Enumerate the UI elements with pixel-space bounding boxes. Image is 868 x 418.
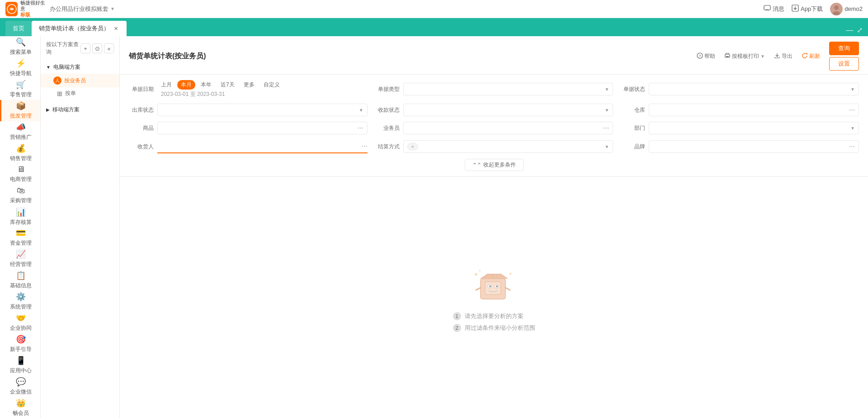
scheme-group-mobile-header[interactable]: ▶ 移动端方案 [41,103,119,116]
date-range: 2023-03-01 至 2023-03-31 [161,90,368,98]
goods-dots[interactable]: ··· [357,124,363,132]
sidebar-item-wechat[interactable]: 💬 企业微信 [0,375,40,397]
sidebar: 🔍 搜索菜单 ⚡ 快捷导航 🛒 零售管理 📦 批发管理 📣 营销推广 💰 销售管… [0,36,41,418]
out-status-select[interactable]: ▼ [157,104,368,116]
scheme-add-button[interactable]: + [80,43,90,53]
help-button[interactable]: ? 帮助 [693,51,719,62]
scheme-collapse-button[interactable]: « [104,43,114,53]
empty-hints: 1 请先选择要分析的方案 2 用过滤条件来缩小分析范围 [453,312,535,332]
query-settings: 查询 设置 [829,42,859,71]
sidebar-item-newbie[interactable]: 🎯 新手引导 [0,333,40,354]
settlement-dropdown-icon: ▼ [604,144,609,149]
finance-icon: 💳 [16,228,26,238]
sidebar-item-purchase[interactable]: 🛍 采购管理 [0,185,40,206]
search-menu-icon: 🔍 [16,37,26,47]
date-tab-this-month[interactable]: 本月 [177,80,195,90]
collapse-button[interactable]: ⌃⌃ 收起更多条件 [465,159,524,171]
tab-sales-stat[interactable]: 销货单统计表（按业务员） ✕ [32,21,127,36]
sidebar-item-inventory[interactable]: 📊 库存核算 [0,206,40,227]
sidebar-item-search-menu[interactable]: 🔍 搜索菜单 [0,36,40,57]
tab-close-button[interactable]: ✕ [112,25,119,32]
scheme-panel: 按以下方案查询 + ⊙ « ▼ 电脑端方案 人 按业务员 ⊞ 按 [41,36,120,418]
date-tab-last-month[interactable]: 上月 [157,80,175,90]
ecommerce-icon: 🖥 [17,165,25,174]
sidebar-item-ecommerce[interactable]: 🖥 电商管理 [0,163,40,185]
filter-area: 单据日期 上月 本月 本年 近7天 更多 自定义 2023-03-01 至 20… [120,75,868,177]
receiver-input[interactable] [157,140,359,152]
print-button[interactable]: 按模板打印 ▼ [721,51,769,62]
refresh-button[interactable]: 刷新 [798,51,824,62]
tab-home[interactable]: 首页 [5,21,32,36]
settings-button[interactable]: 设置 [829,57,859,71]
minimize-button[interactable]: — [846,26,853,34]
receipt-status-dropdown-icon: ▼ [604,108,609,113]
settlement-select[interactable]: × ▼ [403,140,613,153]
scheme-item-by-order[interactable]: ⊞ 按单 [41,87,119,100]
sidebar-item-enterprise[interactable]: 🤝 企业协同 [0,312,40,333]
app-title[interactable]: 办公用品行业模拟账套 ▼ [50,5,760,13]
svg-rect-9 [726,56,729,57]
empty-illustration: ✦ ✦ ✦ [472,263,517,305]
svg-text:✦: ✦ [478,269,481,273]
date-tabs: 上月 本月 本年 近7天 更多 自定义 [157,80,368,90]
sidebar-item-marketing[interactable]: 📣 营销推广 [0,121,40,142]
sidebar-item-member[interactable]: 👑 畅会员 [0,397,40,418]
brand-select[interactable]: ··· [649,140,859,153]
maximize-button[interactable]: ⤢ [857,26,863,34]
receiver-dots[interactable]: ··· [361,142,367,150]
date-tab-custom[interactable]: 自定义 [260,80,283,90]
help-icon: ? [697,52,703,60]
sidebar-item-operations[interactable]: 📈 经营管理 [0,248,40,270]
sidebar-item-appcenter[interactable]: 📱 应用中心 [0,354,40,375]
print-dropdown-icon: ▼ [760,54,765,59]
svg-text:?: ? [699,54,701,58]
logo-text: 畅捷很好生意 标版 [20,0,46,18]
sidebar-item-retail[interactable]: 🛒 零售管理 [0,79,40,100]
query-button[interactable]: 查询 [829,42,859,55]
settlement-tag-close[interactable]: × [411,144,414,149]
brand-dots[interactable]: ··· [849,142,855,151]
date-tab-this-year[interactable]: 本年 [197,80,215,90]
scheme-settings-button[interactable]: ⊙ [92,43,102,53]
sidebar-item-system[interactable]: ⚙️ 系统管理 [0,291,40,312]
empty-state: ✦ ✦ ✦ 1 请先选择要分析的方案 2 用过滤条件来缩小分析范围 [120,177,868,418]
salesperson-select[interactable]: ··· [403,122,613,134]
page-title: 销货单统计表(按业务员) [129,52,206,61]
scheme-actions: + ⊙ « [80,43,114,53]
svg-point-4 [834,5,839,10]
filter-warehouse: 仓库 ··· [620,104,859,116]
chevron-right-icon: ▶ [46,107,50,112]
sidebar-item-quick-nav[interactable]: ⚡ 快捷导航 [0,57,40,79]
goods-select[interactable]: ··· [157,122,368,134]
sidebar-item-sales[interactable]: 💰 销售管理 [0,142,40,163]
sidebar-item-finance[interactable]: 💳 资金管理 [0,227,40,248]
scheme-group-desktop-header[interactable]: ▼ 电脑端方案 [41,61,119,74]
salesperson-dots[interactable]: ··· [603,124,609,132]
filter-receiver: 收货人 ··· [129,140,368,153]
tab-bar-actions: — ⤢ [846,26,863,36]
out-status-dropdown-icon: ▼ [359,108,363,113]
filter-receipt-status: 收款状态 ▼ [375,104,613,116]
department-select[interactable]: ▼ [649,122,859,134]
user-menu[interactable]: demo2 [830,3,863,15]
filter-doc-type: 单据类型 ▼ [375,80,613,98]
messages-button[interactable]: 消息 [764,5,784,13]
export-button[interactable]: 导出 [770,51,796,62]
scheme-item-by-salesperson[interactable]: 人 按业务员 [41,74,119,87]
member-icon: 👑 [16,398,26,408]
page-actions-bar: ? 帮助 [693,51,824,62]
date-tab-more[interactable]: 更多 [240,80,258,90]
date-tab-7days[interactable]: 近7天 [217,80,238,90]
sidebar-item-wholesale[interactable]: 📦 批发管理 [0,100,40,121]
warehouse-dots[interactable]: ··· [849,106,855,114]
scheme-group-desktop: ▼ 电脑端方案 人 按业务员 ⊞ 按单 [41,59,119,101]
warehouse-select[interactable]: ··· [649,104,859,116]
main-layout: 🔍 搜索菜单 ⚡ 快捷导航 🛒 零售管理 📦 批发管理 📣 营销推广 💰 销售管… [0,36,868,418]
sidebar-item-basics[interactable]: 📋 基础信息 [0,270,40,291]
app-download-button[interactable]: App下载 [792,5,823,13]
hint-num-2: 2 [453,324,461,332]
receipt-status-select[interactable]: ▼ [403,104,613,116]
doc-type-select[interactable]: ▼ [403,83,613,95]
operations-icon: 📈 [16,249,26,259]
doc-status-select[interactable]: ▼ [649,83,859,95]
